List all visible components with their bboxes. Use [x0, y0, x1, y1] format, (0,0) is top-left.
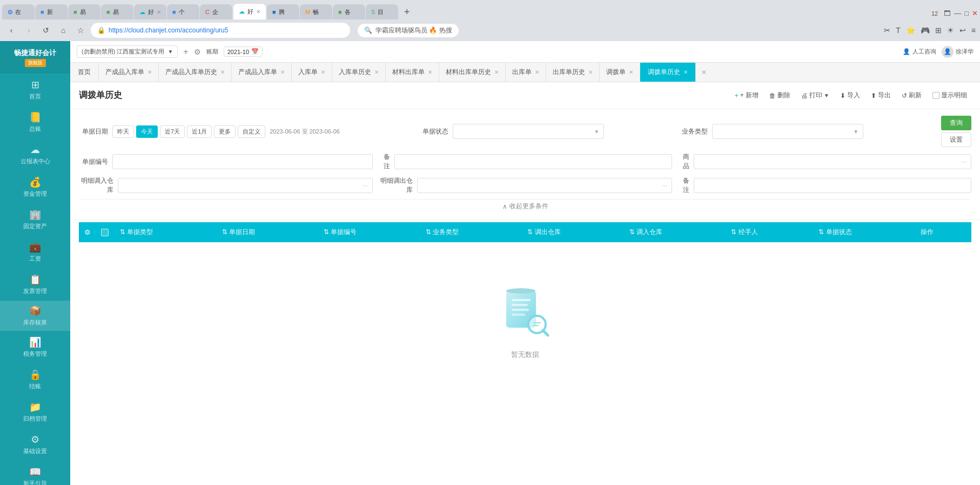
minimize-button[interactable]: —: [954, 9, 961, 17]
th-doc-date[interactable]: ⇅ 单据日期: [216, 222, 318, 242]
delete-button[interactable]: 🗑 删除: [765, 89, 795, 102]
sidebar-item-guide[interactable]: 📖 新手引导: [0, 461, 70, 485]
collapse-button[interactable]: ∧ 收起更多条件: [79, 199, 971, 213]
date-more-btn[interactable]: 更多: [214, 125, 236, 138]
warehouse-in-dots-icon[interactable]: ···: [363, 182, 368, 189]
query-button[interactable]: 查询: [941, 116, 971, 130]
th-doc-no[interactable]: ⇅ 单据编号: [317, 222, 419, 242]
address-bar[interactable]: 🔒 https://cloud.chanjet.com/accounting/u…: [91, 23, 350, 38]
tab-product-in[interactable]: 产成品入库单 ✕: [99, 63, 159, 82]
tab-product-in-hist[interactable]: 产成品入库单历史 ✕: [159, 63, 232, 82]
sidebar-item-reports[interactable]: ☁ 云报表中心: [0, 138, 70, 171]
undo-icon[interactable]: ↩: [959, 26, 966, 35]
sidebar-item-tax[interactable]: 📊 税务管理: [0, 331, 70, 363]
forward-button[interactable]: ›: [22, 23, 36, 37]
tab-close-icon[interactable]: ✕: [220, 69, 225, 75]
biz-type-select[interactable]: ▼: [712, 124, 863, 139]
browser-tab-enterprise[interactable]: C 企: [200, 4, 232, 19]
translate-icon[interactable]: T: [896, 26, 901, 35]
import-button[interactable]: ⬇ 导入: [836, 89, 864, 102]
new-tab-button[interactable]: +: [399, 4, 415, 19]
tab-close-icon[interactable]: ✕: [321, 69, 325, 75]
user-profile[interactable]: 👤 徐泽华: [942, 46, 974, 58]
th-out-warehouse[interactable]: ⇅ 调出仓库: [521, 222, 623, 242]
period-selector[interactable]: 2021-10 📅: [224, 46, 263, 57]
service-button[interactable]: 👤 人工咨询: [903, 48, 936, 56]
browser-tab-easy2[interactable]: ■ 易: [101, 4, 133, 19]
tab-close-icon[interactable]: ✕: [374, 69, 379, 75]
back-button[interactable]: ‹: [4, 23, 18, 37]
sidebar-item-funds[interactable]: 💰 资金管理: [0, 171, 70, 203]
date-custom-btn[interactable]: 自定义: [238, 125, 265, 138]
browser-tab-new[interactable]: ■ 新: [35, 4, 68, 19]
sidebar-item-archive[interactable]: 📁 归档管理: [0, 396, 70, 428]
sidebar-item-inventory[interactable]: 📦 库存核算: [0, 301, 70, 331]
tab-transfer[interactable]: 调拨单 ✕: [600, 63, 640, 82]
warehouse-in-select[interactable]: ···: [118, 178, 373, 193]
print-button[interactable]: 🖨 打印 ▼: [797, 89, 834, 102]
tab-out-order[interactable]: 出库单 ✕: [506, 63, 546, 82]
status-select[interactable]: ▼: [453, 124, 604, 139]
th-checkbox[interactable]: [96, 222, 113, 242]
browser-tab-easy1[interactable]: ■ 易: [68, 4, 100, 19]
tab-out-hist[interactable]: 出库单历史 ✕: [546, 63, 600, 82]
tab-product-in2[interactable]: 产成品入库单 ✕: [232, 63, 292, 82]
tab-close-all-icon[interactable]: ✕: [696, 69, 712, 76]
goods-select[interactable]: ···: [694, 154, 971, 169]
tab-in-hist[interactable]: 入库单历史 ✕: [332, 63, 386, 82]
sidebar-item-closing[interactable]: 🔒 结账: [0, 363, 70, 396]
date-7days-btn[interactable]: 近7天: [160, 125, 185, 138]
browser-tab-eye[interactable]: S 目: [366, 4, 398, 19]
warehouse-out-dots-icon[interactable]: ···: [662, 182, 667, 189]
settings-gear-icon[interactable]: ⚙: [194, 48, 201, 56]
bookmark-button[interactable]: ☆: [73, 23, 88, 37]
add-company-button[interactable]: +: [183, 47, 188, 57]
browser-tab-each[interactable]: ■ 各: [333, 4, 365, 19]
date-1month-btn[interactable]: 近1月: [187, 125, 212, 138]
warehouse-out-select[interactable]: ···: [417, 178, 672, 193]
tab-home[interactable]: 首页: [70, 63, 99, 82]
sidebar-item-settings[interactable]: ⚙ 基础设置: [0, 428, 70, 461]
browser-search-input[interactable]: 🔍 学霸应聘场驱鸟员 🔥 热搜: [358, 24, 459, 37]
tab-close-icon[interactable]: ✕: [629, 69, 633, 75]
tab-material-out-hist[interactable]: 材料出库单历史 ✕: [439, 63, 506, 82]
grid-icon[interactable]: ⊞: [935, 26, 942, 35]
refresh-browser-button[interactable]: ↺: [39, 23, 53, 37]
menu-icon[interactable]: ≡: [971, 26, 976, 35]
th-settings[interactable]: ⚙: [79, 222, 96, 242]
tab-close-icon[interactable]: ✕: [147, 69, 152, 75]
th-doc-type[interactable]: ⇅ 单据类型: [113, 222, 216, 242]
browser-tab[interactable]: ⊙ 在: [2, 4, 35, 19]
doc-no-input[interactable]: [112, 154, 373, 169]
tab-close-icon[interactable]: ✕: [428, 69, 432, 75]
notes2-input[interactable]: [694, 178, 971, 193]
tab-transfer-hist[interactable]: 调拨单历史 ✕: [640, 63, 696, 82]
date-yesterday-btn[interactable]: 昨天: [112, 125, 134, 138]
sidebar-item-ledger[interactable]: 📒 总账: [0, 106, 70, 138]
tab-close-icon[interactable]: ✕: [683, 69, 688, 75]
sidebar-item-assets[interactable]: 🏢 固定资产: [0, 203, 70, 236]
tab-in-order[interactable]: 入库单 ✕: [292, 63, 332, 82]
star-icon[interactable]: ⭐: [906, 26, 915, 35]
scissors-icon[interactable]: ✂: [884, 26, 890, 35]
browser-tab-tencent[interactable]: ■ 腾: [267, 4, 299, 19]
sidebar-item-home[interactable]: ⊞ 首页: [0, 74, 70, 106]
date-today-btn[interactable]: 今天: [136, 125, 158, 138]
th-in-warehouse[interactable]: ⇅ 调入仓库: [623, 222, 725, 242]
company-selector[interactable]: (勿删勿禁用) 江西服宝测试专用 ▼: [77, 45, 178, 58]
sidebar-item-invoices[interactable]: 📋 发票管理: [0, 268, 70, 301]
browser-tab-good1[interactable]: ☁ 好 ✕: [134, 4, 166, 19]
show-detail-button[interactable]: 显示明细: [928, 89, 971, 102]
game-icon[interactable]: 🎮: [921, 26, 930, 35]
notes-input[interactable]: [394, 154, 672, 169]
settings-button[interactable]: 设置: [941, 132, 971, 147]
tab-close-icon[interactable]: ✕: [588, 69, 593, 75]
export-button[interactable]: ⬆ 导出: [867, 89, 895, 102]
new-button[interactable]: + + 新增: [730, 89, 763, 102]
browser-tab-good2[interactable]: ☁ 好 ✕: [233, 3, 266, 19]
close-button[interactable]: ✕: [972, 9, 978, 17]
browser-tab-personal[interactable]: ■ 个: [167, 4, 199, 19]
theme-icon[interactable]: ☀: [947, 26, 954, 35]
window-controls-icon[interactable]: 🗔: [944, 9, 951, 17]
th-doc-status[interactable]: ⇅ 单据状态: [812, 222, 914, 242]
